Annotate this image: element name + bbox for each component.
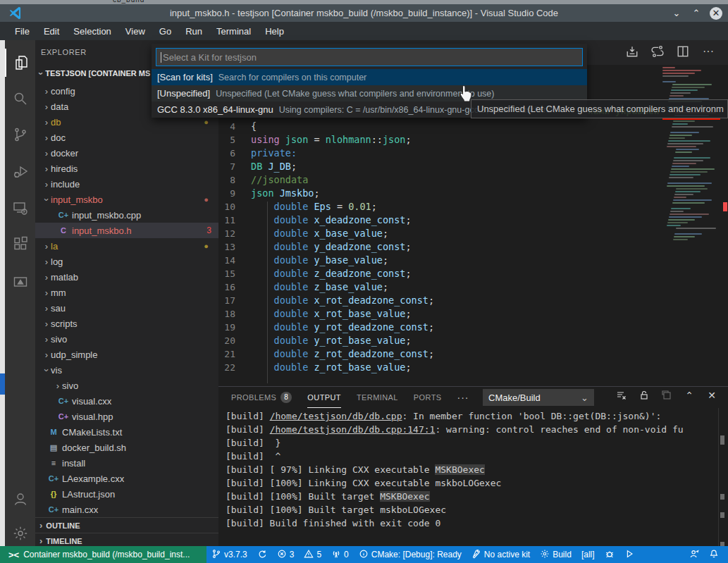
cmake-panel-icon[interactable] [5,268,35,296]
kit-option-1[interactable]: [Scan for kits]Search for compilers on t… [152,69,587,85]
tree-item-label: input_mskbo.cpp [72,210,141,221]
tree-item-docker[interactable]: ›docker [35,145,218,161]
more-actions-icon[interactable]: ··· [701,45,715,59]
menu-item-selection[interactable]: Selection [67,24,117,39]
lock-icon[interactable] [638,390,650,403]
tree-item-sivo[interactable]: ›sivo [35,378,218,393]
tree-item-visual.hpp[interactable]: C+visual.hpp [35,409,218,424]
open-in-editor-icon[interactable] [660,390,673,403]
output-text: MSKBOexec [380,491,429,502]
status-tools-no-active-kit[interactable]: No active kit [467,546,535,563]
search-icon[interactable] [5,85,35,113]
menu-item-run[interactable]: Run [179,24,209,39]
menu-item-view[interactable]: View [119,24,152,39]
status-item-label: v3.7.3 [224,550,247,559]
maximize-panel-icon[interactable]: ⌃ [683,390,696,403]
menu-item-help[interactable]: Help [259,24,290,39]
tree-item-include[interactable]: ›include [35,176,218,192]
status-play[interactable] [619,546,639,563]
tree-item-main.cxx[interactable]: C+main.cxx [35,502,218,517]
minimize-button[interactable]: ⌄ [670,8,683,18]
outline-section[interactable]: › OUTLINE [35,517,218,533]
quick-pick-input[interactable]: Select a Kit for testjson [156,48,583,66]
output-channel-select[interactable]: CMake/Build ⌄ [483,389,594,406]
tree-item-install[interactable]: ≡install [35,455,218,471]
chevron-down-icon: ⌄ [581,392,588,403]
tree-item-sivo[interactable]: ›sivo [35,331,218,347]
tree-item-visual.cxx[interactable]: C+visual.cxx [35,393,218,409]
line-number: 15 [218,267,251,280]
menu-item-terminal[interactable]: Terminal [210,24,257,39]
run-build-icon[interactable] [625,45,639,59]
status-bell[interactable] [704,546,724,563]
sync-editors-icon[interactable] [650,45,665,59]
explorer-icon[interactable] [5,49,35,77]
tree-item-mm[interactable]: ›mm [35,285,218,300]
status-warning-5[interactable]: 5 [299,546,326,563]
tree-item-CMakeLists.txt[interactable]: MCMakeLists.txt [35,424,218,440]
panel-tab-terminal[interactable]: TERMINAL [357,387,398,408]
kit-option-tooltip: Unspecified (Let CMake guess what compil… [471,99,728,118]
tree-item-udp_simple[interactable]: ›udp_simple [35,347,218,362]
close-panel-icon[interactable]: ✕ [705,390,718,403]
file-link[interactable]: /home/testjson/db/db.cpp [270,411,402,421]
panel-scrollbar[interactable] [718,408,719,547]
file-link[interactable]: /home/testjson/db/db.cpp:147:1 [270,424,436,435]
menu-item-edit[interactable]: Edit [37,24,66,39]
status-radio-0[interactable]: 0 [326,546,354,563]
remote-explorer-icon[interactable] [5,194,35,222]
source-control-icon[interactable] [5,120,35,149]
tree-item-scripts[interactable]: ›scripts [35,316,218,331]
tree-item-log[interactable]: ›log [35,254,218,269]
kit-option-detail: Unspecified (Let CMake guess what compil… [216,89,494,99]
tree-item-input_mskbo.cpp[interactable]: C+input_mskbo.cpp [35,207,218,223]
line-number: 10 [218,200,251,214]
chevron-right-icon: › [42,303,51,314]
panel-tab-ports[interactable]: PORTS [414,387,442,408]
tree-item-LAexample.cxx[interactable]: C+LAexample.cxx [35,471,218,486]
timeline-section[interactable]: › TIMELINE [35,533,218,546]
code-line: 5using json = nlohmann::json; [218,133,728,147]
close-button[interactable]: ✕ [710,7,722,20]
tree-item-input_mskbo.h[interactable]: Cinput_mskbo.h3 [35,223,218,238]
output-text: [build] [ 97%] Linking CXX executable [226,464,435,475]
code-line: 4{ [218,120,728,133]
status-item--all-[interactable]: [all] [576,546,600,563]
extensions-icon[interactable] [5,230,35,258]
menu-item-go[interactable]: Go [153,24,178,39]
panel-tab-problems[interactable]: PROBLEMS8 [231,387,292,408]
run-debug-icon[interactable] [5,157,35,185]
tree-item-doc[interactable]: ›doc [35,130,218,145]
status-feedback[interactable] [684,546,704,563]
clear-output-icon[interactable] [615,390,628,403]
panel-more-tabs-icon[interactable]: ··· [457,387,469,408]
code-token: ; [405,307,411,321]
status-branch-v3.7.3[interactable]: v3.7.3 [206,546,252,563]
tree-item-LAstruct.json[interactable]: {}LAstruct.json [35,486,218,502]
split-editor-icon[interactable] [676,45,690,59]
status-info-cmake-debug-ready[interactable]: CMake: [Debug]: Ready [354,546,467,563]
code-token: ; [405,361,411,374]
remote-indicator[interactable]: >< Container mskbo_build (/mskbo_build_i… [0,546,206,563]
status-gear-build[interactable]: Build [535,546,576,563]
status-bug[interactable] [600,546,619,563]
tree-item-la[interactable]: ›la● [35,238,218,254]
output-line: [build] /home/testjson/db/db.cpp:147:1: … [226,423,719,436]
code-token: { [251,120,257,133]
tree-item-matlab[interactable]: ›matlab [35,269,218,285]
settings-icon[interactable] [5,519,35,547]
code-token: //jsondata [251,173,308,187]
tree-item-docker_build.sh[interactable]: ▤docker_build.sh [35,440,218,455]
status-sync[interactable] [252,546,272,563]
tree-item-vis[interactable]: ›vis [35,362,218,378]
status-error-3[interactable]: 3 [272,546,300,563]
output-text: : In member function 'bool DB::get(DB::j… [402,411,661,421]
panel-tab-output[interactable]: OUTPUT [307,387,341,408]
menu-item-file[interactable]: File [8,24,36,39]
account-icon[interactable] [5,485,35,513]
tree-item-label: mm [51,287,66,298]
maximize-button[interactable]: ⌃ [690,8,703,18]
tree-item-input_mskbo[interactable]: ›input_mskbo● [35,192,218,207]
tree-item-hiredis[interactable]: ›hiredis [35,161,218,176]
tree-item-sau[interactable]: ›sau [35,300,218,316]
